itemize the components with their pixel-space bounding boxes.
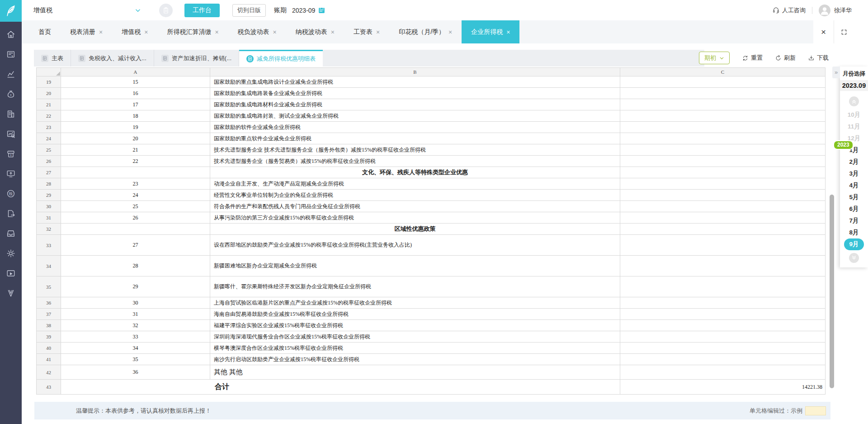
sidebar-video-icon[interactable] [6, 268, 16, 278]
cell-a[interactable]: 23 [61, 178, 210, 190]
cell-a[interactable] [61, 224, 210, 235]
row-number[interactable]: 30 [37, 201, 61, 212]
avatar[interactable] [819, 5, 830, 16]
sidebar-inbox-icon[interactable] [6, 229, 16, 238]
cell-a[interactable]: 31 [61, 309, 210, 320]
tab-tax-payment-fluctuation[interactable]: 纳税波动表× [286, 20, 344, 43]
cell-b[interactable]: 深圳前海深港现代服务业合作区企业减按15%税率征收企业所得税 [210, 331, 620, 343]
cell-a[interactable]: 33 [61, 331, 210, 343]
download-button[interactable]: 下载 [808, 54, 829, 62]
cell-c[interactable] [620, 144, 826, 156]
row-number[interactable]: 22 [37, 110, 61, 122]
sidebar-trend-chart-icon[interactable] [6, 69, 16, 79]
row-number[interactable]: 37 [37, 309, 61, 320]
subtab-asset-depreciation[interactable]: 资产加速折旧、摊销(... [154, 50, 239, 67]
collapse-panel-button[interactable]: » [832, 67, 840, 78]
column-header-a[interactable]: A [61, 68, 210, 76]
scroll-months-up-button[interactable] [849, 96, 859, 106]
cell-a[interactable]: 36 [61, 365, 210, 380]
cell-b[interactable]: 从事污染防治的第三方企业减按15%的税率征收企业所得税 [210, 212, 620, 224]
sidebar-cashier-icon[interactable]: ¥ [6, 149, 16, 159]
row-number[interactable]: 33 [37, 235, 61, 256]
tab-tax-burden-fluctuation[interactable]: 税负波动表× [228, 20, 286, 43]
cell-a[interactable]: 16 [61, 88, 210, 99]
section-header-cell[interactable]: 区域性优惠政策 [210, 224, 620, 235]
month-item[interactable]: 2月 [840, 156, 868, 168]
row-number[interactable]: 43 [37, 380, 61, 395]
total-label-cell[interactable]: 合计 [61, 380, 620, 395]
cell-c[interactable] [620, 76, 826, 88]
cell-b[interactable]: 南沙先行启动区鼓励类产业企业减按15%税率征收企业所得税 [210, 354, 620, 365]
reset-button[interactable]: 重置 [742, 54, 763, 62]
cell-b[interactable]: 上海自贸试验区临港新片区的重点产业企业减按15%的税率征收企业所得税 [210, 297, 620, 309]
month-item[interactable]: 3月 [840, 168, 868, 180]
switch-day-version-button[interactable]: 切到日版 [232, 4, 266, 17]
vertical-scrollbar[interactable] [829, 67, 835, 391]
month-item[interactable]: 4月 [840, 180, 868, 191]
app-logo[interactable] [0, 0, 22, 22]
cell-c[interactable] [620, 212, 826, 224]
cell-b[interactable]: 国家鼓励的集成电路材料企业减免企业所得税 [210, 99, 620, 110]
row-number[interactable]: 41 [37, 354, 61, 365]
close-tab-icon[interactable]: × [273, 29, 277, 36]
row-number[interactable]: 34 [37, 256, 61, 276]
sidebar-doc-export-icon[interactable] [6, 209, 16, 219]
cell-c[interactable] [620, 110, 826, 122]
cell-c[interactable] [620, 276, 826, 297]
cell-b[interactable]: 其他 其他 [210, 365, 620, 380]
period-filter-button[interactable]: 期初 [699, 52, 730, 64]
cell-a[interactable]: 17 [61, 99, 210, 110]
cell-a[interactable]: 15 [61, 76, 210, 88]
cell-a[interactable]: 30 [61, 297, 210, 309]
workbench-button[interactable]: 工作台 [184, 4, 220, 17]
cell-b[interactable]: 国家鼓励的软件企业减免企业所得税 [210, 122, 620, 133]
row-number[interactable]: 36 [37, 297, 61, 309]
row-number[interactable]: 38 [37, 320, 61, 331]
cell-b[interactable]: 福建平潭综合实验区企业减按15%税率征收企业所得税 [210, 320, 620, 331]
row-number[interactable]: 40 [37, 343, 61, 354]
cell-c[interactable] [620, 88, 826, 99]
cell-a[interactable]: 28 [61, 256, 210, 276]
sidebar-company-icon[interactable] [6, 109, 16, 119]
close-tab-icon[interactable]: × [506, 29, 510, 36]
cell-b[interactable]: 国家鼓励的集成电路装备企业减免企业所得税 [210, 88, 620, 99]
close-tab-icon[interactable]: × [144, 29, 148, 36]
row-number[interactable]: 39 [37, 331, 61, 343]
cell-b[interactable]: 横琴粤澳深度合作区企业减按15%税率征收企业所得税 [210, 343, 620, 354]
row-number[interactable]: 20 [37, 88, 61, 99]
cell-a[interactable]: 25 [61, 201, 210, 212]
cell-b[interactable]: 技术先进型服务企业 技术先进型服务企业（服务外包类）减按15%的税率征收企业所得… [210, 144, 620, 156]
subtab-main-sheet[interactable]: 主表 [34, 50, 71, 67]
cell-c[interactable] [620, 256, 826, 276]
close-tab-icon[interactable]: × [376, 29, 380, 36]
cell-a[interactable]: 32 [61, 320, 210, 331]
sidebar-monitor-upload-icon[interactable] [6, 169, 16, 179]
select-all-corner[interactable] [37, 68, 61, 76]
cell-b[interactable]: 设在西部地区的鼓励类产业企业减按15%的税率征收企业所得税(主营业务收入占比) [210, 235, 620, 256]
cell-c[interactable] [620, 365, 826, 380]
cell-a[interactable]: 22 [61, 156, 210, 167]
month-item[interactable]: 5月 [840, 191, 868, 203]
scroll-months-down-button[interactable] [849, 253, 859, 263]
row-number[interactable]: 25 [37, 144, 61, 156]
cell-b[interactable]: 动漫企业自主开发、生产动漫产品定期减免企业所得税 [210, 178, 620, 190]
cell-b[interactable]: 海南自由贸易港鼓励类企业减按15%税率征收企业所得税 [210, 309, 620, 320]
cell-a[interactable]: 27 [61, 235, 210, 256]
cell-b[interactable]: 经营性文化事业单位转制为企业的免征企业所得税 [210, 190, 620, 201]
tab-tax-register[interactable]: 税表清册× [61, 20, 112, 43]
row-number[interactable]: 28 [37, 178, 61, 190]
close-all-tabs-button[interactable]: × [813, 20, 834, 43]
tab-home[interactable]: 首页 [29, 20, 61, 43]
tab-stamp-tax[interactable]: 印花税（月/季）× [389, 20, 462, 43]
cell-c[interactable] [620, 320, 826, 331]
cell-c[interactable]: 14221.38 [620, 380, 826, 395]
month-item[interactable]: 7月 [840, 215, 868, 227]
month-item[interactable]: 6月 [840, 203, 868, 215]
cell-c[interactable] [620, 354, 826, 365]
cell-c[interactable] [620, 178, 826, 190]
cell-b[interactable]: 符合条件的生产和装配伤残人员专门用品企业免征企业所得税 [210, 201, 620, 212]
cell-c[interactable] [620, 224, 826, 235]
period-value[interactable]: 2023-09 [292, 7, 315, 14]
cell-c[interactable] [620, 309, 826, 320]
report-type-select[interactable]: 增值税 [33, 6, 141, 14]
